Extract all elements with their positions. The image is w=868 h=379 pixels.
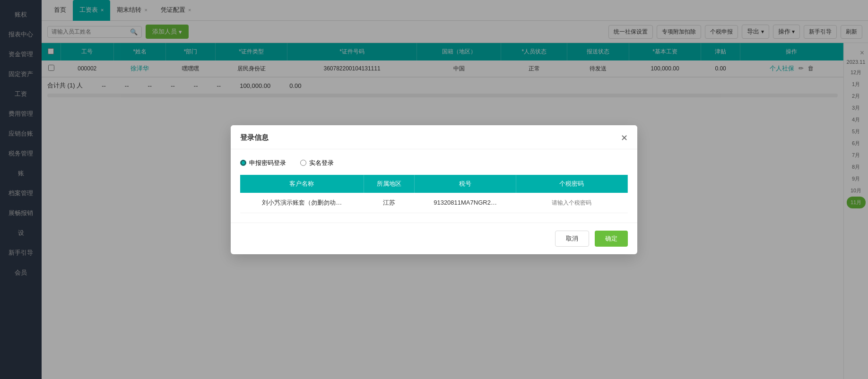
dialog-tax-no: 91320811MA7NGR2… [415,193,516,213]
dialog-title: 登录信息 [240,133,269,142]
dialog-footer: 取消 确定 [231,223,637,254]
login-dialog: 登录信息 ✕ 申报密码登录 实名登录 客户名称 所属地区 [231,125,637,254]
dialog-col-client: 客户名称 [240,175,364,193]
radio-realname-label[interactable]: 实名登录 [300,159,334,167]
dialog-col-taxno: 税号 [415,175,516,193]
dialog-table: 客户名称 所属地区 税号 个税密码 刘小艿演示账套（勿删勿动… 江苏 91320… [240,175,628,213]
dialog-col-password: 个税密码 [516,175,627,193]
radio-row: 申报密码登录 实名登录 [240,159,628,167]
radio-password-label[interactable]: 申报密码登录 [240,159,286,167]
dialog-password-cell [516,193,627,213]
cancel-button[interactable]: 取消 [555,231,589,247]
dialog-region: 江苏 [364,193,414,213]
dialog-body: 申报密码登录 实名登录 客户名称 所属地区 税号 个税密码 [231,149,637,223]
radio-realname[interactable] [300,160,306,166]
confirm-button[interactable]: 确定 [595,231,628,247]
dialog-table-row: 刘小艿演示账套（勿删勿动… 江苏 91320811MA7NGR2… [240,193,628,213]
dialog-client-name: 刘小艿演示账套（勿删勿动… [240,193,364,213]
dialog-close-button[interactable]: ✕ [621,133,628,143]
radio-password[interactable] [240,160,246,166]
dialog-overlay: 登录信息 ✕ 申报密码登录 实名登录 客户名称 所属地区 [0,0,868,379]
tax-password-input[interactable] [522,199,621,206]
dialog-header: 登录信息 ✕ [231,125,637,149]
dialog-col-region: 所属地区 [364,175,414,193]
